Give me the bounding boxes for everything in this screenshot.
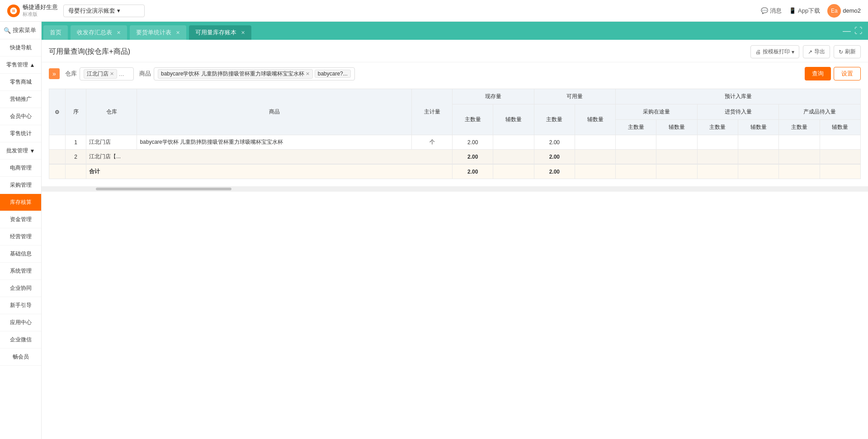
th-purch-transit-main: 主数量 xyxy=(616,120,656,135)
total-prod-arr-main xyxy=(779,164,820,179)
message-label: 消息 xyxy=(770,7,782,15)
sidebar-item-label: 零售统计 xyxy=(10,130,32,137)
logo-title: 畅捷通好生意 xyxy=(23,4,58,11)
page-content: 可用量查询(按仓库+商品) 🖨 按模板打印 ▾ ↗ 导出 ↻ xyxy=(42,40,868,439)
print-button[interactable]: 🖨 按模板打印 ▾ xyxy=(750,45,799,58)
main-layout: 🔍 搜索菜单 快捷导航 零售管理 ▲ 零售商城 营销推广 会员中心 零售统计 批… xyxy=(0,22,868,439)
sidebar-item-purchase-management[interactable]: 采购管理 xyxy=(0,177,41,194)
cell-avail-aux xyxy=(575,135,615,150)
logo-subtitle: 标准版 xyxy=(23,11,58,18)
scroll-thumb[interactable] xyxy=(96,188,231,190)
subtotal-row: 2 江北门店【... 2.00 2.00 xyxy=(49,150,861,165)
maximize-icon[interactable]: ⛶ xyxy=(854,26,863,36)
chevron-down-icon: ▾ xyxy=(792,49,794,55)
cell-purch-arr-aux xyxy=(738,135,779,150)
th-planned-in: 预计入库量 xyxy=(616,89,861,104)
th-production-arrival: 产成品待入量 xyxy=(779,104,861,120)
th-purch-arr-aux: 辅数量 xyxy=(738,120,779,135)
logo-icon xyxy=(7,5,20,17)
close-icon[interactable]: ✕ xyxy=(241,30,245,36)
sidebar-item-retail-mall[interactable]: 零售商城 xyxy=(0,74,41,91)
sidebar-item-retail-management[interactable]: 零售管理 ▲ xyxy=(0,57,41,74)
chevron-icon: ▲ xyxy=(30,62,35,68)
th-stock-main: 主数量 xyxy=(453,104,493,135)
total-avail-main: 2.00 xyxy=(534,164,575,179)
sidebar-item-inventory-accounting[interactable]: 库存核算 xyxy=(0,194,41,211)
app-download-button[interactable]: 📱 App下载 xyxy=(789,7,820,15)
warehouse-tag-box[interactable]: 江北门店 ✕ ... xyxy=(80,67,134,80)
tab-requisition-stats[interactable]: 要货单统计表 ✕ xyxy=(130,25,186,40)
th-product: 商品 xyxy=(137,89,411,135)
sidebar-item-newcomer-guide[interactable]: 新手引导 xyxy=(0,297,41,314)
warehouse-filter-label: 仓库 xyxy=(65,70,77,78)
total-avail-aux xyxy=(575,164,615,179)
horizontal-scrollbar[interactable] xyxy=(42,186,868,192)
total-stock-main: 2.00 xyxy=(453,164,493,179)
subtotal-purch-arr-aux xyxy=(738,150,779,165)
subtotal-warehouse-label: 江北门店【... xyxy=(86,150,453,165)
product-filter-group: 商品 babycare学饮杯 儿童防摔防撞吸管杯重力球吸嘴杯宝宝水杯 ✕ bab… xyxy=(139,67,355,80)
sidebar-item-system-management[interactable]: 系统管理 xyxy=(0,263,41,280)
subtotal-purch-arr-main xyxy=(697,150,738,165)
more-dots[interactable]: ... xyxy=(119,70,124,77)
sidebar-item-ecommerce-management[interactable]: 电商管理 xyxy=(0,160,41,177)
sidebar-item-marketing[interactable]: 营销推广 xyxy=(0,91,41,108)
warehouse-selector[interactable]: 母婴行业演示账套 ▾ xyxy=(63,5,145,17)
refresh-button[interactable]: ↻ 刷新 xyxy=(834,45,861,58)
sidebar-item-label: 采购管理 xyxy=(10,182,32,188)
sidebar-item-label: 基础信息 xyxy=(10,250,32,257)
sidebar-item-operations-management[interactable]: 经营管理 xyxy=(0,228,41,245)
setting-button[interactable]: 设置 xyxy=(834,67,861,80)
sidebar-item-wholesale-management[interactable]: 批发管理 ▼ xyxy=(0,142,41,160)
th-no: 序 xyxy=(66,89,86,135)
sidebar-item-label: 系统管理 xyxy=(10,268,32,274)
th-settings[interactable]: ⚙ xyxy=(49,89,66,135)
export-button[interactable]: ↗ 导出 xyxy=(803,45,830,58)
sidebar-item-label: 企业微信 xyxy=(10,336,32,343)
th-current-stock: 现存量 xyxy=(453,89,534,104)
tab-home[interactable]: 首页 xyxy=(43,25,68,40)
sidebar-quick-nav-label: 快捷导航 xyxy=(10,44,32,51)
subtotal-prod-arr-main xyxy=(779,150,820,165)
table-row: 1 江北门店 babycare学饮杯 儿童防摔防撞吸管杯重力球吸嘴杯宝宝水杯 个… xyxy=(49,135,861,150)
avatar: Ea xyxy=(827,4,841,18)
cell-stock-aux xyxy=(493,135,534,150)
cell-main-unit: 个 xyxy=(411,135,452,150)
remove-warehouse-tag-icon[interactable]: ✕ xyxy=(110,71,114,77)
remove-product-tag-1-icon[interactable]: ✕ xyxy=(306,71,310,77)
sidebar-item-label: 资金管理 xyxy=(10,216,32,222)
sidebar-item-app-center[interactable]: 应用中心 xyxy=(0,314,41,331)
minimize-icon[interactable]: — xyxy=(843,26,851,36)
search-menu-button[interactable]: 🔍 搜索菜单 xyxy=(0,22,41,39)
export-icon: ↗ xyxy=(808,49,812,55)
sidebar-item-enterprise-wechat[interactable]: 企业微信 xyxy=(0,331,41,349)
subtotal-no: 2 xyxy=(66,150,86,165)
sidebar-item-enterprise-collaboration[interactable]: 企业协同 xyxy=(0,280,41,297)
sidebar-item-retail-stats[interactable]: 零售统计 xyxy=(0,125,41,142)
sidebar-item-chang-member[interactable]: 畅会员 xyxy=(0,349,41,366)
close-icon[interactable]: ✕ xyxy=(176,30,180,36)
query-button[interactable]: 查询 xyxy=(805,67,831,80)
filter-toggle-button[interactable]: » xyxy=(49,68,60,79)
product-tag-1: babycare学饮杯 儿童防摔防撞吸管杯重力球吸嘴杯宝宝水杯 ✕ xyxy=(158,69,313,79)
print-label: 按模板打印 xyxy=(763,48,790,56)
tab-stock-summary[interactable]: 收发存汇总表 ✕ xyxy=(71,25,127,40)
sidebar-item-label: 库存核算 xyxy=(10,199,32,205)
sidebar-item-basic-info[interactable]: 基础信息 xyxy=(0,245,41,263)
user-area[interactable]: Ea demo2 xyxy=(827,4,861,18)
avatar-initials: Ea xyxy=(831,8,838,14)
product-tag-box[interactable]: babycare学饮杯 儿童防摔防撞吸管杯重力球吸嘴杯宝宝水杯 ✕ babyca… xyxy=(154,67,355,80)
subtotal-prod-arr-aux xyxy=(820,150,860,165)
cell-avail-main: 2.00 xyxy=(534,135,575,150)
sidebar-item-member-center[interactable]: 会员中心 xyxy=(0,108,41,125)
th-available: 可用量 xyxy=(534,89,616,104)
close-icon[interactable]: ✕ xyxy=(117,30,121,36)
warehouse-tag-label: 江北门店 xyxy=(87,70,108,78)
tab-bar-actions: — ⛶ xyxy=(843,22,868,40)
subtotal-purch-transit-aux xyxy=(656,150,697,165)
sidebar-item-finance-management[interactable]: 资金管理 xyxy=(0,211,41,228)
tab-available-inventory[interactable]: 可用量库存账本 ✕ xyxy=(189,25,251,40)
total-prod-arr-aux xyxy=(820,164,860,179)
sidebar-item-quick-nav[interactable]: 快捷导航 xyxy=(0,39,41,57)
message-button[interactable]: 💬 消息 xyxy=(761,7,782,15)
